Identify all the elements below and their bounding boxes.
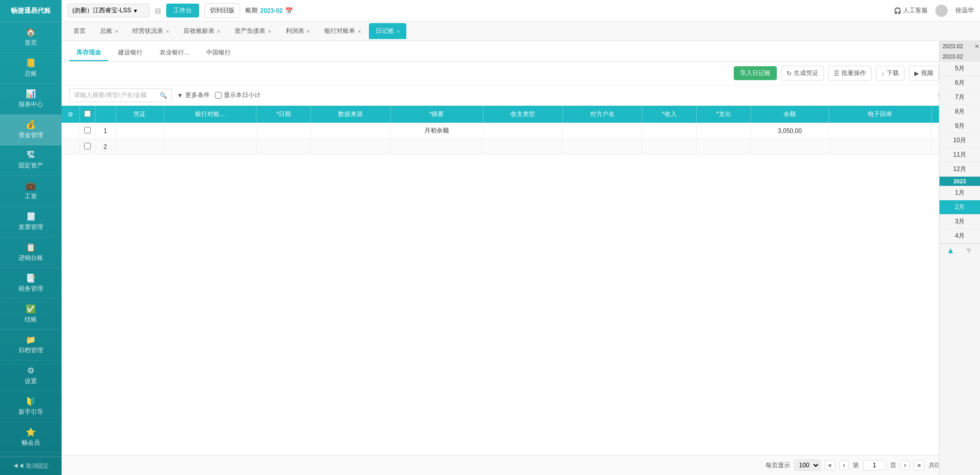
expenditure-col-header: *支出 — [696, 106, 751, 123]
checkbox-cell[interactable] — [80, 123, 95, 139]
import-daily-account-button[interactable]: 导入日记账 — [734, 66, 777, 80]
sidebar-item-label: 归档管理 — [18, 346, 43, 355]
download-button[interactable]: ↓ 下载 — [876, 66, 905, 81]
sidebar-item-archive[interactable]: 📁 归档管理 — [0, 330, 62, 360]
sidebar-item-new-guide[interactable]: 🔰 新手引导 — [0, 391, 62, 422]
checkbox-col-header[interactable] — [80, 106, 95, 123]
tab-close-icon[interactable]: × — [268, 28, 271, 34]
prev-page-button[interactable]: ‹ — [839, 460, 849, 470]
e-statement-cell — [829, 139, 931, 155]
batch-operation-button[interactable]: ☰ 批量操作 — [828, 66, 872, 81]
old-version-button[interactable]: 切到旧版 — [204, 3, 240, 18]
calendar-month-9[interactable]: 9月 — [939, 119, 980, 134]
row-checkbox[interactable] — [84, 143, 91, 149]
calendar-month-10[interactable]: 10月 — [939, 134, 980, 148]
data-table: ⚙ 凭证 银行对账... *日期 数据来源 *摘要 收支类型 对方户名 *收入 … — [62, 106, 980, 455]
row-num-cell: 2 — [95, 139, 115, 155]
tab-close-icon[interactable]: × — [217, 28, 220, 34]
tab-close-icon[interactable]: × — [358, 28, 361, 34]
sub-tab-agricultural-bank[interactable]: 农业银行... — [152, 45, 197, 61]
copy-icon[interactable]: ⊟ — [155, 7, 161, 15]
tab-close-icon[interactable]: × — [115, 28, 118, 34]
company-selector[interactable]: (勿删）江西睿宝-LSS ▾ — [68, 4, 150, 17]
sidebar-item-label: 结账 — [25, 315, 37, 324]
settings-cell — [62, 123, 80, 139]
calendar-month-12[interactable]: 12月 — [939, 162, 980, 177]
voucher-cell — [115, 139, 164, 155]
next-page-button[interactable]: › — [900, 460, 910, 470]
username[interactable]: 徐温华 — [955, 6, 974, 15]
calendar-month-2-active[interactable]: 2月 — [939, 200, 980, 215]
first-page-button[interactable]: « — [825, 460, 835, 470]
calendar-month-11[interactable]: 11月 — [939, 148, 980, 162]
sidebar-item-fund-management[interactable]: 💰 资金管理 — [0, 115, 62, 145]
tab-home[interactable]: 首页 — [67, 23, 92, 39]
sidebar-item-invoice[interactable]: 🧾 发票管理 — [0, 206, 62, 237]
calendar-month-7[interactable]: 7月 — [939, 90, 980, 105]
sidebar-item-member[interactable]: ⭐ 畅会员 — [0, 422, 62, 453]
main-area: (勿删）江西睿宝-LSS ▾ ⊟ 工作台 切到旧版 账期 2023-02 📅 🎧… — [62, 0, 980, 475]
counterparty-cell — [562, 123, 642, 139]
calendar-period-2: 2023.02 — [943, 53, 963, 60]
sub-tab-cash[interactable]: 库存现金 — [69, 45, 108, 61]
calendar-month-5[interactable]: 5月 — [939, 62, 980, 76]
table-header-row: ⚙ 凭证 银行对账... *日期 数据来源 *摘要 收支类型 对方户名 *收入 … — [62, 106, 980, 123]
search-box[interactable]: 请输入摘要/类型/户名/金额 🔍 — [69, 88, 172, 102]
sub-tab-china-bank[interactable]: 中国银行 — [199, 45, 238, 61]
workbench-button[interactable]: 工作台 — [166, 4, 199, 17]
calendar-icon[interactable]: 📅 — [285, 7, 293, 14]
sidebar-item-report-center[interactable]: 📊 报表中心 — [0, 84, 62, 115]
generate-voucher-button[interactable]: ↻ 生成凭证 — [781, 66, 824, 81]
tab-close-icon[interactable]: × — [166, 28, 169, 34]
tab-close-icon[interactable]: × — [397, 28, 400, 34]
tab-bank-statement[interactable]: 银行对账单 × — [318, 23, 367, 39]
calendar-month-3[interactable]: 3月 — [939, 215, 980, 229]
sub-tab-construction-bank[interactable]: 建设银行 — [111, 45, 150, 61]
tab-business-status[interactable]: 经营状况表 × — [126, 23, 175, 39]
tab-daily-account[interactable]: 日记账 × — [369, 23, 406, 39]
row-checkbox[interactable] — [84, 127, 91, 134]
expenditure-cell — [696, 123, 751, 139]
page-size-select[interactable]: 100 50 20 10 — [794, 460, 820, 471]
unpin-button[interactable]: ◀◀ 取消固定 — [0, 457, 62, 475]
more-conditions-button[interactable]: ▼ 更多条件 — [177, 91, 210, 100]
calendar-month-8[interactable]: 8月 — [939, 105, 980, 119]
calendar-month-6[interactable]: 6月 — [939, 76, 980, 90]
customer-service-link[interactable]: 🎧 人工客服 — [894, 6, 928, 15]
tab-profit-table[interactable]: 利润表 × — [279, 23, 317, 39]
sidebar-item-sales-ledger[interactable]: 📋 进销台账 — [0, 237, 62, 268]
company-name: (勿删）江西睿宝-LSS — [72, 6, 131, 15]
last-page-button[interactable]: » — [914, 460, 925, 470]
tab-assets-liabilities[interactable]: 资产负债表 × — [228, 23, 278, 39]
show-daily-total-checkbox[interactable]: 显示本日小计 — [215, 91, 261, 100]
sidebar-item-general-ledger[interactable]: 📒 总账 — [0, 53, 62, 84]
tab-general-ledger[interactable]: 总账 × — [93, 23, 125, 39]
sidebar-item-settings[interactable]: ⚙ 设置 — [0, 360, 62, 391]
sidebar-item-salary[interactable]: 💼 工资 — [0, 176, 62, 206]
sidebar-item-home[interactable]: 🏠 首页 — [0, 22, 62, 53]
tab-label: 总账 — [100, 27, 112, 35]
settings-col-header[interactable]: ⚙ — [62, 106, 80, 123]
calendar-up-icon[interactable]: ▲ — [947, 246, 955, 255]
calendar-year-2023: 2023 — [939, 177, 980, 186]
select-all-checkbox[interactable] — [84, 110, 91, 117]
page-number-input[interactable] — [863, 460, 886, 470]
sidebar-item-label: 进销台账 — [18, 254, 43, 262]
calendar-down-icon[interactable]: ▼ — [965, 246, 973, 255]
video-button[interactable]: ▶ 视频 — [909, 66, 939, 81]
calendar-month-4[interactable]: 4月 — [939, 229, 980, 243]
calendar-month-1[interactable]: 1月 — [939, 186, 980, 200]
daily-total-checkbox-input[interactable] — [215, 92, 222, 99]
sidebar-item-tax[interactable]: 📑 税务管理 — [0, 268, 62, 299]
calendar-close-button[interactable]: × — [975, 42, 979, 50]
income-cell — [642, 123, 696, 139]
sidebar-item-settlement[interactable]: ✅ 结账 — [0, 299, 62, 330]
checkbox-cell[interactable] — [80, 139, 95, 155]
user-avatar[interactable] — [935, 5, 948, 17]
tab-accounts-receivable[interactable]: 应收账龄表 × — [177, 23, 227, 39]
calendar-header-1: 2023.02 — [939, 41, 980, 51]
sidebar-item-fixed-assets[interactable]: 🏗 固定资产 — [0, 145, 62, 176]
search-icon[interactable]: 🔍 — [160, 92, 167, 99]
tab-close-icon[interactable]: × — [307, 28, 310, 34]
data-source-cell — [311, 123, 390, 139]
